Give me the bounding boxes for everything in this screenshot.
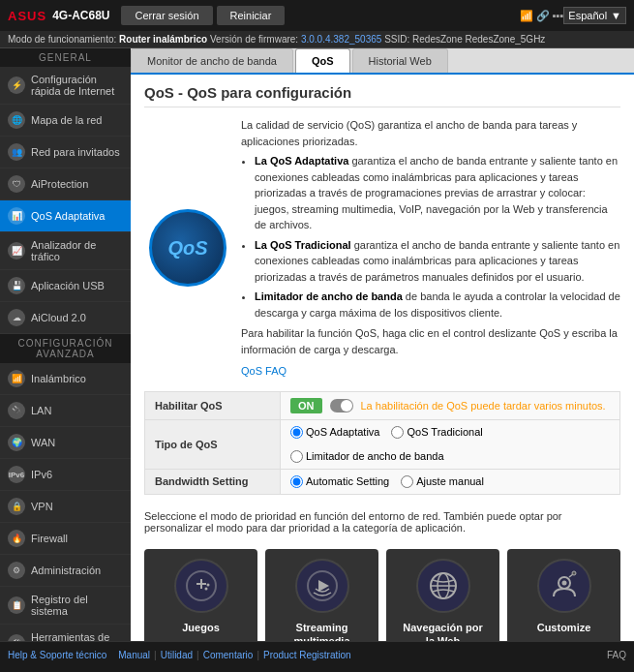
- sidebar-item-guestnetwork-label: Red para invitados: [31, 146, 120, 158]
- toggle-slider[interactable]: [330, 399, 353, 412]
- mode-value: Router inalámbrico: [119, 34, 207, 45]
- enable-qos-control: ON La habilitación de QoS puede tardar v…: [281, 391, 620, 419]
- tab-bandwidth-monitor[interactable]: Monitor de ancho de banda: [131, 48, 293, 73]
- chevron-down-icon: ▼: [611, 10, 621, 21]
- qos-adaptive-radio[interactable]: [290, 426, 303, 439]
- sidebar-item-networkmap-label: Mapa de la red: [31, 114, 102, 126]
- sidebar-item-qos[interactable]: 📊 QoS Adaptativa: [0, 200, 131, 232]
- svg-point-4: [204, 587, 207, 590]
- sidebar-item-guestnetwork[interactable]: 👥 Red para invitados: [0, 137, 131, 168]
- priority-description: Seleccione el modo de prioridad en funci…: [144, 504, 620, 539]
- toggle-on-button[interactable]: ON: [290, 398, 322, 413]
- manual-setting-radio[interactable]: [401, 475, 413, 488]
- qos-faq-link[interactable]: QoS FAQ: [241, 363, 287, 380]
- qos-limiter-radio[interactable]: [290, 450, 303, 463]
- svg-point-11: [561, 580, 566, 585]
- firmware-version-link[interactable]: 3.0.0.4.382_50365: [301, 34, 381, 45]
- sidebar-item-admin-label: Administración: [31, 565, 101, 576]
- qos-limiter-option[interactable]: Limitador de ancho de banda: [290, 450, 444, 463]
- wifi-icon: 📶: [520, 10, 533, 22]
- info-box: QoS La calidad de servicio (QoS) garanti…: [144, 117, 620, 380]
- enable-qos-row: Habilitar QoS ON La habilitación de QoS …: [145, 391, 620, 419]
- enable-instruction: Para habilitar la función QoS, haga clic…: [241, 325, 620, 357]
- footer-manual-link[interactable]: Manual: [118, 650, 150, 660]
- main-layout: General ⚡ Configuración rápida de Intern…: [0, 48, 634, 641]
- tab-qos-label: QoS: [312, 55, 334, 67]
- sidebar-item-usb[interactable]: 💾 Aplicación USB: [0, 270, 131, 302]
- priority-card-customize[interactable]: Customize: [507, 549, 620, 642]
- priority-card-web[interactable]: Navegación porla Web: [386, 549, 499, 642]
- signal-icons: 📶 🔗 ▪▪▪: [520, 10, 564, 22]
- games-card-icon: [174, 559, 228, 613]
- sidebar-advanced-title: Configuración avanzada: [0, 334, 131, 363]
- qos-traditional-radio[interactable]: [391, 426, 404, 439]
- language-selector[interactable]: Español ▼: [563, 7, 626, 24]
- customize-card-icon: [537, 559, 591, 613]
- page-title: QoS - QoS para configuración: [144, 84, 620, 107]
- sidebar-item-aicloud[interactable]: ☁ AiCloud 2.0: [0, 302, 131, 334]
- footer-utility-link[interactable]: Utilidad: [161, 650, 193, 660]
- tab-web-history-label: Historial Web: [369, 55, 432, 67]
- toggle-message: La habilitación de QoS puede tardar vari…: [361, 400, 606, 412]
- sidebar-item-trafficanalyzer[interactable]: 📈 Analizador de tráfico: [0, 232, 131, 270]
- bandwidth-setting-row: Bandwidth Setting Automatic Setting Ajus…: [145, 469, 620, 494]
- qos-logo-text: QoS: [167, 237, 207, 260]
- top-bar: ASUS 4G-AC68U Cerrar sesión Reiniciar 📶 …: [0, 0, 634, 31]
- footer-links: Manual | Utilidad | Comentario | Product…: [118, 650, 350, 660]
- sidebar-item-networktools-label: Herramientas de red: [31, 631, 123, 641]
- sidebar-item-quicksetup[interactable]: ⚡ Configuración rápida de Internet: [0, 67, 131, 105]
- sidebar-item-trafficanalyzer-label: Analizador de tráfico: [31, 239, 123, 262]
- qos-adaptive-option[interactable]: QoS Adaptativa: [290, 426, 379, 439]
- sidebar-item-admin[interactable]: ⚙ Administración: [0, 555, 131, 587]
- svg-point-3: [206, 583, 209, 586]
- qos-traditional-option[interactable]: QoS Tradicional: [391, 426, 482, 439]
- tab-web-history[interactable]: Historial Web: [352, 48, 448, 73]
- firewall-icon: 🔥: [8, 530, 25, 547]
- restart-button[interactable]: Reiniciar: [217, 6, 286, 25]
- sidebar-item-wireless[interactable]: 📶 Inalámbrico: [0, 363, 131, 395]
- asus-logo: ASUS: [8, 9, 46, 23]
- qos-type-row: Tipo de QoS QoS Adaptativa QoS Tradicion…: [145, 419, 620, 469]
- manual-setting-option[interactable]: Ajuste manual: [401, 475, 484, 488]
- manual-setting-label: Ajuste manual: [416, 475, 484, 487]
- sidebar-item-networkmap[interactable]: 🌐 Mapa de la red: [0, 105, 131, 137]
- qos-type-radio-group: QoS Adaptativa QoS Tradicional Limitador…: [290, 426, 610, 463]
- sidebar-item-aiprotection[interactable]: 🛡 AiProtection: [0, 168, 131, 200]
- footer-registration-link[interactable]: Product Registration: [263, 650, 351, 660]
- sidebar-item-wan[interactable]: 🌍 WAN: [0, 427, 131, 459]
- footer-sep-2: |: [196, 650, 199, 660]
- bandwidth-setting-control: Automatic Setting Ajuste manual: [281, 469, 620, 494]
- games-icon: [185, 569, 218, 602]
- sidebar-item-networktools[interactable]: 🛠 Herramientas de red: [0, 625, 131, 641]
- bullet-2-term: La QoS Tradicional: [255, 239, 351, 251]
- model-name: 4G-AC68U: [52, 9, 109, 22]
- qos-limiter-label: Limitador de ancho de banda: [306, 450, 444, 462]
- logo-area: ASUS 4G-AC68U: [8, 9, 109, 23]
- priority-card-games[interactable]: Juegos: [144, 549, 257, 642]
- automatic-setting-radio[interactable]: [290, 475, 303, 488]
- footer-comment-link[interactable]: Comentario: [203, 650, 254, 660]
- sidebar-item-firewall[interactable]: 🔥 Firewall: [0, 523, 131, 555]
- vpn-icon: 🔒: [8, 498, 25, 515]
- sidebar-general-title: General: [0, 48, 131, 67]
- wan-icon: 🌍: [8, 434, 25, 451]
- automatic-setting-option[interactable]: Automatic Setting: [290, 475, 389, 488]
- web-icon: [427, 569, 460, 602]
- sidebar-item-ipv6[interactable]: IPv6 IPv6: [0, 459, 131, 491]
- sidebar-item-vpn[interactable]: 🔒 VPN: [0, 491, 131, 523]
- sidebar-item-lan[interactable]: 🔌 LAN: [0, 395, 131, 427]
- tab-qos[interactable]: QoS: [295, 48, 350, 73]
- priority-cards: Juegos Streamingmultimedia: [144, 549, 620, 642]
- tab-bandwidth-monitor-label: Monitor de ancho de banda: [147, 55, 277, 67]
- footer-sep-3: |: [257, 650, 259, 660]
- streaming-icon: [306, 569, 339, 602]
- signal-strength: ▪▪▪: [553, 10, 564, 21]
- tab-bar: Monitor de ancho de banda QoS Historial …: [131, 48, 634, 75]
- ssid-value: RedesZone RedesZone_5GHz: [412, 34, 545, 45]
- logout-button[interactable]: Cerrar sesión: [121, 6, 212, 25]
- sidebar-item-syslog[interactable]: 📋 Registro del sistema: [0, 587, 131, 625]
- priority-card-streaming[interactable]: Streamingmultimedia: [265, 549, 378, 642]
- help-link[interactable]: Help & Soporte técnico: [8, 650, 106, 660]
- bullet-2: La QoS Tradicional garantiza el ancho de…: [255, 237, 620, 286]
- ssid-label: SSID:: [384, 34, 412, 45]
